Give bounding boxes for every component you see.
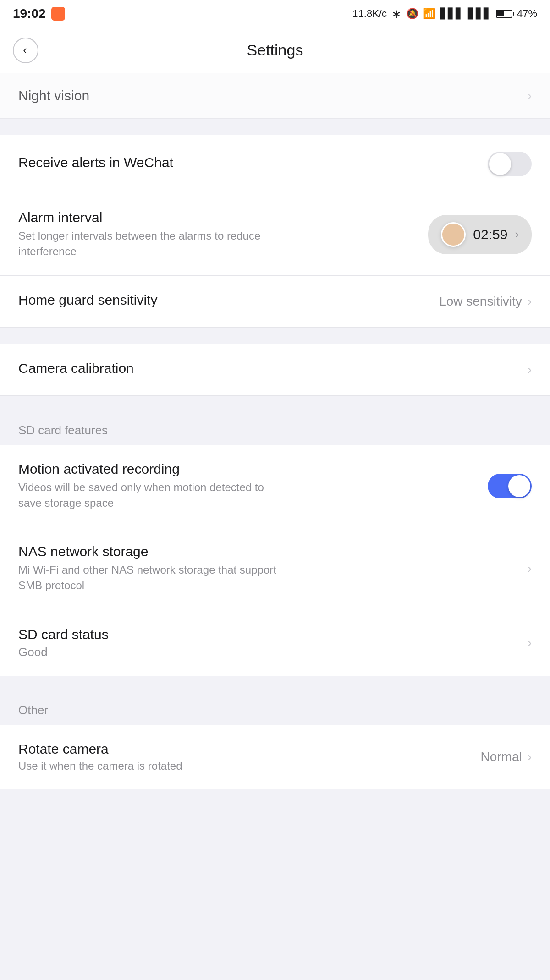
- rotate-camera-subtitle: Use it when the camera is rotated: [18, 760, 182, 772]
- network-speed: 11.8K/c: [352, 8, 387, 20]
- receive-alerts-toggle[interactable]: [488, 152, 532, 176]
- alarm-interval-title: Alarm interval: [18, 210, 428, 225]
- sd-card-status-chevron: ›: [528, 635, 532, 650]
- home-guard-value: Low sensitivity: [439, 294, 522, 309]
- rotate-camera-right: Normal ›: [480, 750, 532, 764]
- sd-card-status-right: ›: [528, 635, 532, 650]
- rotate-camera-chevron: ›: [528, 750, 532, 764]
- camera-calibration-title: Camera calibration: [18, 361, 528, 376]
- bottom-spacer: [0, 789, 550, 881]
- wifi-icon: 📶: [423, 8, 435, 20]
- camera-calibration-row[interactable]: Camera calibration ›: [0, 344, 550, 396]
- back-button[interactable]: ‹: [13, 38, 38, 63]
- receive-alerts-row[interactable]: Receive alerts in WeChat: [0, 135, 550, 193]
- battery-percent: 47%: [517, 8, 537, 20]
- rotate-camera-row[interactable]: Rotate camera Use it when the camera is …: [0, 725, 550, 789]
- alarm-timer-value: 02:59: [473, 227, 507, 242]
- rotate-camera-left: Rotate camera Use it when the camera is …: [18, 741, 182, 772]
- sd-card-status-left: SD card status Good: [18, 627, 109, 659]
- spacer-2: [0, 328, 550, 344]
- sd-card-status-title: SD card status: [18, 627, 109, 642]
- alarm-interval-subtitle: Set longer intervals between the alarms …: [18, 228, 284, 259]
- mute-icon: 🔕: [406, 8, 418, 20]
- motion-activated-toggle[interactable]: [488, 474, 532, 498]
- sd-card-section-label: SD card features: [0, 412, 550, 445]
- night-vision-row[interactable]: Night vision ›: [0, 73, 550, 119]
- rotate-camera-title: Rotate camera: [18, 741, 182, 757]
- notification-icon: [51, 7, 65, 21]
- nas-storage-left: NAS network storage Mi Wi-Fi and other N…: [18, 544, 528, 593]
- alarm-timer-thumb: [441, 222, 466, 247]
- camera-calibration-chevron: ›: [528, 362, 532, 377]
- status-time: 19:02: [13, 6, 46, 21]
- nas-storage-title: NAS network storage: [18, 544, 528, 559]
- signal-icon: ▋▋▋: [440, 8, 463, 20]
- bluetooth-icon: ∗: [391, 7, 402, 21]
- nas-storage-right: ›: [528, 561, 532, 576]
- signal-icon-2: ▋▋▋: [468, 8, 491, 20]
- night-vision-chevron: ›: [528, 88, 532, 103]
- home-guard-chevron: ›: [528, 294, 532, 309]
- spacer-3: [0, 396, 550, 412]
- receive-alerts-title: Receive alerts in WeChat: [18, 155, 488, 170]
- nas-storage-row[interactable]: NAS network storage Mi Wi-Fi and other N…: [0, 527, 550, 610]
- alarm-timer-badge[interactable]: 02:59 ›: [428, 215, 532, 254]
- receive-alerts-right: [488, 152, 532, 176]
- back-icon: ‹: [23, 43, 27, 57]
- camera-calibration-right: ›: [528, 362, 532, 377]
- nas-storage-chevron: ›: [528, 561, 532, 576]
- receive-alerts-left: Receive alerts in WeChat: [18, 155, 488, 173]
- home-guard-sensitivity-row[interactable]: Home guard sensitivity Low sensitivity ›: [0, 276, 550, 328]
- status-right: 11.8K/c ∗ 🔕 📶 ▋▋▋ ▋▋▋ 47%: [352, 7, 537, 21]
- sd-card-status-value: Good: [18, 645, 109, 659]
- toggle-thumb: [489, 153, 511, 175]
- motion-activated-subtitle: Videos will be saved only when motion de…: [18, 480, 284, 510]
- night-vision-label: Night vision: [18, 88, 89, 104]
- motion-toggle-thumb: [508, 475, 530, 497]
- spacer-1: [0, 119, 550, 135]
- page-title: Settings: [247, 41, 303, 59]
- sd-card-status-row[interactable]: SD card status Good ›: [0, 610, 550, 676]
- spacer-4: [0, 676, 550, 692]
- rotate-camera-value: Normal: [480, 750, 522, 764]
- home-guard-title: Home guard sensitivity: [18, 292, 439, 308]
- alarm-interval-left: Alarm interval Set longer intervals betw…: [18, 210, 428, 259]
- alarm-interval-row[interactable]: Alarm interval Set longer intervals betw…: [0, 193, 550, 276]
- motion-activated-row[interactable]: Motion activated recording Videos will b…: [0, 445, 550, 527]
- motion-activated-left: Motion activated recording Videos will b…: [18, 461, 488, 510]
- home-guard-left: Home guard sensitivity: [18, 292, 439, 311]
- alarm-timer-chevron: ›: [515, 227, 519, 241]
- status-bar: 19:02 11.8K/c ∗ 🔕 📶 ▋▋▋ ▋▋▋ 47%: [0, 0, 550, 27]
- motion-activated-title: Motion activated recording: [18, 461, 488, 477]
- home-guard-right: Low sensitivity ›: [439, 294, 532, 309]
- nas-storage-subtitle: Mi Wi-Fi and other NAS network storage t…: [18, 562, 284, 593]
- motion-activated-right: [488, 474, 532, 498]
- page-header: ‹ Settings: [0, 27, 550, 73]
- battery-icon: [496, 10, 512, 18]
- other-section-label: Other: [0, 692, 550, 725]
- camera-calibration-left: Camera calibration: [18, 361, 528, 379]
